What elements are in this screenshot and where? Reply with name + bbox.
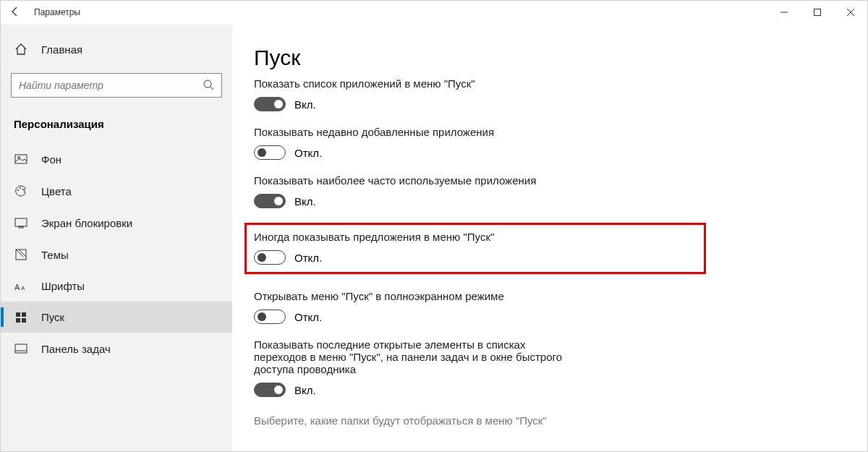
themes-icon: [14, 248, 28, 261]
svg-rect-19: [22, 318, 26, 323]
toggle-state: Вкл.: [294, 98, 316, 111]
svg-rect-18: [16, 318, 20, 323]
sidebar-item-label: Шрифты: [41, 280, 85, 292]
toggle-recently-added[interactable]: [254, 145, 286, 160]
setting-label: Показывать наиболее часто используемые п…: [254, 174, 739, 187]
setting-label: Показать список приложений в меню "Пуск": [254, 77, 739, 90]
minimize-button[interactable]: [767, 1, 801, 24]
sidebar-item-lockscreen[interactable]: Экран блокировки: [1, 207, 232, 239]
search-box[interactable]: [11, 73, 222, 98]
category-header: Персонализация: [1, 114, 232, 143]
search-input[interactable]: [19, 80, 203, 91]
toggle-suggestions[interactable]: [254, 250, 286, 265]
sidebar: Главная Персонализация Фон Цвета Экран б…: [1, 24, 232, 451]
setting-fullscreen: Открывать меню "Пуск" в полноэкранном ре…: [254, 290, 739, 324]
svg-point-4: [204, 80, 211, 88]
toggle-state: Откл.: [294, 311, 322, 323]
window-controls: [767, 1, 867, 24]
sidebar-item-themes[interactable]: Темы: [1, 239, 232, 270]
sidebar-item-label: Цвета: [41, 185, 72, 197]
toggle-app-list[interactable]: [254, 97, 286, 111]
sidebar-item-background[interactable]: Фон: [1, 143, 232, 175]
back-arrow-icon[interactable]: [9, 6, 21, 20]
lockscreen-icon: [14, 216, 28, 229]
home-icon: [14, 43, 28, 56]
home-label: Главная: [41, 43, 82, 56]
setting-suggestions: Иногда показывать предложения в меню "Пу…: [254, 231, 494, 265]
search-icon: [203, 79, 214, 93]
sidebar-item-label: Экран блокировки: [41, 217, 132, 229]
toggle-state: Вкл.: [294, 384, 316, 396]
main-content: Пуск Показать список приложений в меню "…: [232, 24, 767, 451]
sidebar-item-label: Фон: [41, 153, 61, 166]
window-title: Параметры: [34, 7, 80, 17]
toggle-state: Откл.: [294, 147, 322, 159]
svg-rect-20: [15, 344, 27, 353]
svg-point-8: [17, 189, 19, 191]
fonts-icon: AA: [14, 281, 28, 291]
setting-label: Открывать меню "Пуск" в полноэкранном ре…: [254, 290, 739, 302]
svg-text:A: A: [21, 285, 25, 291]
setting-label: Иногда показывать предложения в меню "Пу…: [254, 231, 494, 243]
choose-folders-link[interactable]: Выберите, какие папки будут отображаться…: [254, 414, 547, 427]
toggle-fullscreen[interactable]: [254, 310, 286, 324]
svg-rect-17: [22, 312, 26, 317]
sidebar-item-taskbar[interactable]: Панель задач: [1, 333, 232, 364]
sidebar-item-start[interactable]: Пуск: [1, 302, 232, 333]
svg-rect-12: [19, 226, 23, 228]
svg-rect-11: [15, 218, 27, 226]
toggle-state: Откл.: [294, 252, 322, 264]
setting-most-used: Показывать наиболее часто используемые п…: [254, 174, 739, 208]
sidebar-item-fonts[interactable]: AA Шрифты: [1, 270, 232, 302]
setting-jumplist: Показывать последние открытые элементы в…: [254, 338, 739, 397]
setting-label: Показывать последние открытые элементы в…: [254, 338, 572, 375]
highlighted-setting: Иногда показывать предложения в меню "Пу…: [244, 223, 706, 274]
maximize-button[interactable]: [801, 1, 834, 24]
taskbar-icon: [14, 342, 28, 355]
sidebar-item-colors[interactable]: Цвета: [1, 175, 232, 207]
svg-rect-16: [16, 312, 20, 317]
sidebar-item-label: Панель задач: [41, 343, 111, 355]
toggle-jumplist[interactable]: [254, 383, 286, 397]
setting-app-list: Показать список приложений в меню "Пуск"…: [254, 77, 739, 111]
svg-rect-1: [814, 9, 821, 16]
toggle-state: Вкл.: [294, 195, 316, 208]
svg-point-9: [20, 187, 21, 189]
sidebar-item-label: Пуск: [41, 311, 64, 323]
page-title: Пуск: [254, 46, 739, 70]
home-button[interactable]: Главная: [1, 37, 232, 61]
svg-text:A: A: [14, 283, 20, 291]
close-button[interactable]: [834, 1, 867, 24]
svg-point-10: [22, 189, 24, 190]
picture-icon: [14, 153, 28, 166]
titlebar: Параметры: [1, 1, 867, 24]
toggle-most-used[interactable]: [254, 194, 286, 208]
svg-line-5: [210, 87, 213, 90]
palette-icon: [14, 184, 28, 197]
setting-recently-added: Показывать недавно добавленные приложени…: [254, 126, 739, 160]
start-icon: [14, 312, 28, 323]
setting-label: Показывать недавно добавленные приложени…: [254, 126, 739, 138]
sidebar-item-label: Темы: [41, 249, 69, 261]
